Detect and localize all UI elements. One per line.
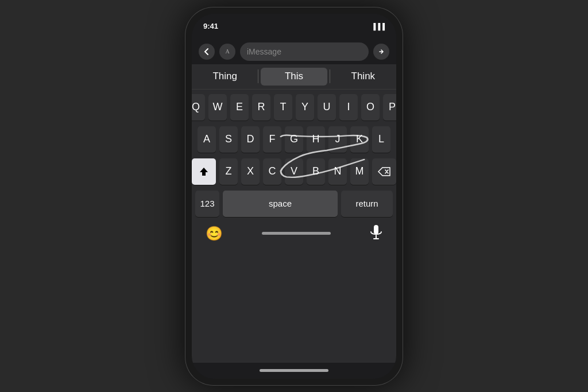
key-row-1: Q W E R T Y U I O P [194, 94, 394, 121]
message-bar: A iMessage [192, 39, 396, 64]
key-o[interactable]: O [361, 94, 380, 121]
key-q[interactable]: Q [192, 94, 205, 121]
mic-icon [370, 224, 382, 240]
key-space[interactable]: space [223, 191, 338, 217]
message-input[interactable]: iMessage [240, 42, 369, 61]
contact-avatar[interactable]: A [219, 44, 235, 60]
key-backspace[interactable] [372, 158, 396, 185]
key-v[interactable]: V [285, 158, 303, 185]
shift-icon [199, 166, 209, 177]
mic-button[interactable] [370, 224, 382, 243]
keyboard-area: Thing This Think Q W E [192, 64, 396, 363]
key-n[interactable]: N [328, 158, 347, 185]
key-shift[interactable] [192, 158, 216, 185]
key-row-bottom: 123 space return [194, 191, 394, 217]
avatar-icon: A [225, 48, 229, 55]
key-p[interactable]: P [383, 94, 396, 121]
phone-frame: 9:41 ▐▐▐ A iMessage [185, 7, 403, 386]
key-d[interactable]: D [241, 126, 260, 153]
status-time: 9:41 [203, 22, 218, 30]
key-w[interactable]: W [208, 94, 227, 121]
autocomplete-left[interactable]: Thing [192, 64, 258, 89]
send-button[interactable] [373, 44, 389, 60]
key-t[interactable]: T [274, 94, 292, 121]
key-f[interactable]: F [263, 126, 281, 153]
home-indicator-inner [262, 232, 331, 235]
key-x[interactable]: X [241, 158, 260, 185]
home-indicator [192, 363, 396, 379]
key-h[interactable]: H [307, 126, 325, 153]
emoji-bar: 😊 [192, 219, 396, 248]
key-y[interactable]: Y [296, 94, 314, 121]
key-b[interactable]: B [307, 158, 325, 185]
key-k[interactable]: K [350, 126, 369, 153]
keys-wrapper: Q W E R T Y U I O P A S [192, 90, 396, 219]
key-c[interactable]: C [263, 158, 281, 185]
key-u[interactable]: U [318, 94, 336, 121]
battery-icon: ▐▐▐ [372, 23, 385, 30]
divider-left [258, 69, 258, 83]
key-numbers[interactable]: 123 [195, 191, 219, 217]
key-i[interactable]: I [339, 94, 358, 121]
key-g[interactable]: G [285, 126, 303, 153]
keys-container: Q W E R T Y U I O P A S [192, 90, 396, 219]
key-j[interactable]: J [328, 126, 347, 153]
autocomplete-center[interactable]: This [261, 68, 327, 86]
key-z[interactable]: Z [219, 158, 238, 185]
home-bar [260, 369, 328, 372]
key-s[interactable]: S [219, 126, 238, 153]
key-a[interactable]: A [198, 126, 216, 153]
key-row-2: A S D F G H J K L [194, 126, 394, 153]
status-icons: ▐▐▐ [372, 23, 385, 30]
phone-screen: 9:41 ▐▐▐ A iMessage [192, 14, 396, 379]
key-row-3: Z X C V B N M [194, 158, 394, 185]
autocomplete-bar: Thing This Think [192, 64, 396, 90]
key-e[interactable]: E [230, 94, 249, 121]
key-return[interactable]: return [341, 191, 393, 217]
status-bar: 9:41 ▐▐▐ [192, 14, 396, 39]
key-l[interactable]: L [372, 126, 390, 153]
key-r[interactable]: R [252, 94, 270, 121]
back-button[interactable] [199, 44, 215, 60]
autocomplete-right[interactable]: Think [330, 64, 396, 89]
message-placeholder: iMessage [247, 47, 281, 56]
emoji-button[interactable]: 😊 [206, 226, 223, 242]
svg-rect-1 [374, 225, 378, 234]
backspace-icon [378, 167, 390, 176]
key-m[interactable]: M [350, 158, 369, 185]
